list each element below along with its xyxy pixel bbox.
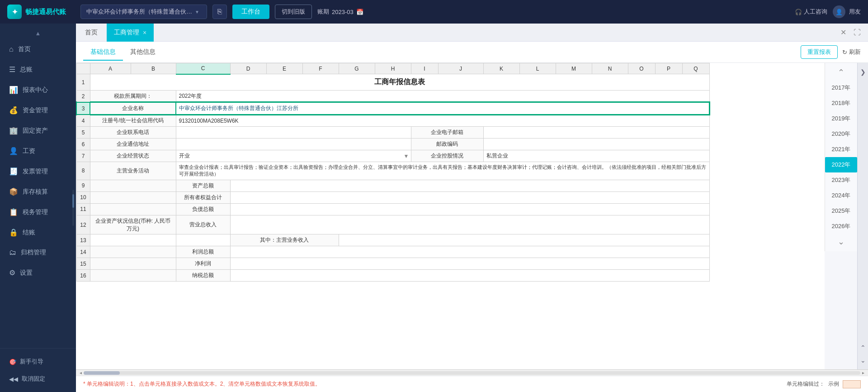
- note-text: * 单元格编辑说明：1、点击单元格直接录入数值或文本。2、清空单元格数值或文本恢…: [83, 381, 321, 387]
- window-close-button[interactable]: ✕: [839, 26, 848, 38]
- refresh-button[interactable]: ↻ 刷新: [842, 48, 861, 56]
- phone-value[interactable]: [176, 127, 411, 139]
- copy-button[interactable]: ⎘: [212, 5, 227, 19]
- refresh-label: 刷新: [849, 48, 861, 56]
- sidebar-label-close: 结账: [23, 229, 35, 237]
- year-nav-down[interactable]: ⌄: [825, 234, 857, 249]
- col-header-l: L: [519, 63, 556, 74]
- sidebar-bottom: 🎯 新手引导 ◀◀ 取消固定: [0, 348, 76, 392]
- tab-gongshang-label: 工商管理: [114, 29, 139, 37]
- h-scrollbar[interactable]: ◂ ▸: [76, 369, 868, 376]
- dropdown-arrow-icon: ▼: [404, 153, 409, 159]
- year-2024[interactable]: 2024年: [825, 188, 857, 203]
- user-name: 用友: [849, 8, 861, 16]
- sidebar-item-wage[interactable]: 👤 工资: [0, 141, 76, 161]
- main-biz-label: 主营业务活动: [90, 162, 176, 180]
- scroll-up-button[interactable]: ⌃: [859, 342, 868, 353]
- period-value: 2023-03: [332, 9, 354, 15]
- scroll-left-arrow[interactable]: ◂: [78, 370, 84, 375]
- tab-gongshang[interactable]: 工商管理 ×: [107, 24, 154, 42]
- holding-value[interactable]: 私营企业: [483, 150, 709, 162]
- address-value[interactable]: [176, 139, 411, 150]
- sidebar-item-unpin[interactable]: ◀◀ 取消固定: [0, 370, 76, 387]
- email-value[interactable]: [483, 127, 709, 139]
- address-label: 企业通信地址: [90, 139, 176, 150]
- cell-edit-label: 单元格编辑过：: [787, 380, 825, 388]
- sidebar-item-home[interactable]: ⌂ 首页: [0, 39, 76, 59]
- total-revenue-value[interactable]: [230, 215, 709, 234]
- service-button[interactable]: 🎧 人工咨询: [795, 8, 827, 16]
- main-revenue-value[interactable]: [339, 234, 709, 246]
- service-label: 人工咨询: [804, 8, 827, 16]
- home-icon: ⌂: [9, 45, 14, 53]
- year-2023[interactable]: 2023年: [825, 172, 857, 188]
- year-2017[interactable]: 2017年: [825, 80, 857, 96]
- user-area[interactable]: 👤 用友: [833, 5, 861, 18]
- reset-report-button[interactable]: 重置报表: [801, 45, 838, 59]
- main-biz-value[interactable]: 审查企业会计报表；出具审计报告；验证企业资本；出具验资报告；办理企业合并、分立、…: [176, 162, 709, 180]
- row-num-14: 14: [76, 246, 90, 258]
- version-switch-button[interactable]: 切到旧版: [275, 5, 312, 19]
- reg-code-value[interactable]: 91320100MA208E5W6K: [176, 115, 709, 127]
- year-2025[interactable]: 2025年: [825, 203, 857, 219]
- total-assets-value[interactable]: [230, 180, 709, 191]
- company-name-value[interactable]: 中审众环会计师事务所（特殊普通合伙）江苏分所: [176, 102, 709, 115]
- equity-value[interactable]: [230, 191, 709, 203]
- postcode-value[interactable]: [483, 139, 709, 150]
- sidebar-item-invoice[interactable]: 🧾 发票管理: [0, 161, 76, 182]
- table-container[interactable]: A B C D E F G H I J K L M: [76, 63, 825, 369]
- year-panel: ⌃ 2017年 2018年 2019年 2020年 2021年 2022年 20…: [825, 63, 857, 251]
- sidebar-item-asset[interactable]: 🏢 固定资产: [0, 120, 76, 141]
- tax-period-value[interactable]: 2022年度: [176, 91, 709, 103]
- h-scroll-track[interactable]: [84, 371, 860, 375]
- total-profit-value[interactable]: [230, 246, 709, 258]
- liabilities-value[interactable]: [230, 203, 709, 215]
- tab-home[interactable]: 首页: [76, 24, 107, 41]
- calendar-icon[interactable]: 📅: [356, 9, 363, 15]
- year-2020[interactable]: 2020年: [825, 126, 857, 142]
- scroll-down-button[interactable]: ⌄: [859, 355, 868, 366]
- fund-icon: 💰: [9, 106, 18, 115]
- workbench-button[interactable]: 工作台: [232, 5, 269, 19]
- table-row: 15 净利润: [76, 258, 709, 270]
- year-2021[interactable]: 2021年: [825, 142, 857, 157]
- tab-close-icon[interactable]: ×: [143, 29, 146, 36]
- company-selector[interactable]: 中审众环会计师事务所（特殊普通合伙… ▼: [80, 5, 207, 19]
- col-header-q: Q: [682, 63, 709, 74]
- sidebar-item-archive[interactable]: 🗂 归档管理: [0, 243, 76, 263]
- year-2026[interactable]: 2026年: [825, 219, 857, 234]
- sidebar-item-inventory[interactable]: 📦 库存核算: [0, 182, 76, 202]
- sidebar-item-close[interactable]: 🔒 结账: [0, 222, 76, 243]
- sub-tab-basic[interactable]: 基础信息: [83, 44, 123, 61]
- sidebar-label-report: 报表中心: [23, 86, 48, 94]
- sub-tabs: 基础信息 其他信息: [83, 44, 163, 60]
- year-nav-up[interactable]: ⌃: [825, 65, 857, 80]
- sample-label: 示例: [828, 380, 839, 388]
- table-row: 9 资产总额: [76, 180, 709, 191]
- collapse-panel-button[interactable]: ❯: [859, 67, 868, 77]
- table-row: 16 纳税总额: [76, 270, 709, 282]
- sidebar-item-guide[interactable]: 🎯 新手引导: [0, 353, 76, 370]
- year-2018[interactable]: 2018年: [825, 96, 857, 111]
- scroll-right-arrow[interactable]: ▸: [860, 370, 866, 375]
- content-area: 首页 工商管理 × ✕ ⛶ 基础信息 其他信息: [76, 24, 868, 392]
- col-header-c[interactable]: C: [176, 63, 230, 74]
- sidebar-item-report[interactable]: 📊 报表中心: [0, 80, 76, 100]
- col-header-i: I: [411, 63, 438, 74]
- sidebar-label-wage: 工资: [23, 147, 35, 155]
- net-profit-value[interactable]: [230, 258, 709, 270]
- sidebar-item-fund[interactable]: 💰 资金管理: [0, 100, 76, 120]
- col-header-f: F: [302, 63, 339, 74]
- biz-status-value[interactable]: 开业 ▼: [176, 150, 411, 162]
- sidebar-item-ledger[interactable]: ☰ 总账: [0, 59, 76, 80]
- year-2019[interactable]: 2019年: [825, 111, 857, 126]
- spreadsheet: A B C D E F G H I J K L M: [76, 63, 710, 282]
- sidebar-scroll-up[interactable]: ▲: [0, 27, 76, 39]
- total-tax-value[interactable]: [230, 270, 709, 282]
- sidebar-item-settings[interactable]: ⚙ 设置: [0, 263, 76, 283]
- sub-tab-other[interactable]: 其他信息: [123, 44, 163, 61]
- col-header-e: E: [266, 63, 302, 74]
- sidebar-item-tax[interactable]: 📋 税务管理: [0, 202, 76, 222]
- window-expand-button[interactable]: ⛶: [852, 27, 863, 38]
- year-2022[interactable]: 2022年: [825, 157, 857, 172]
